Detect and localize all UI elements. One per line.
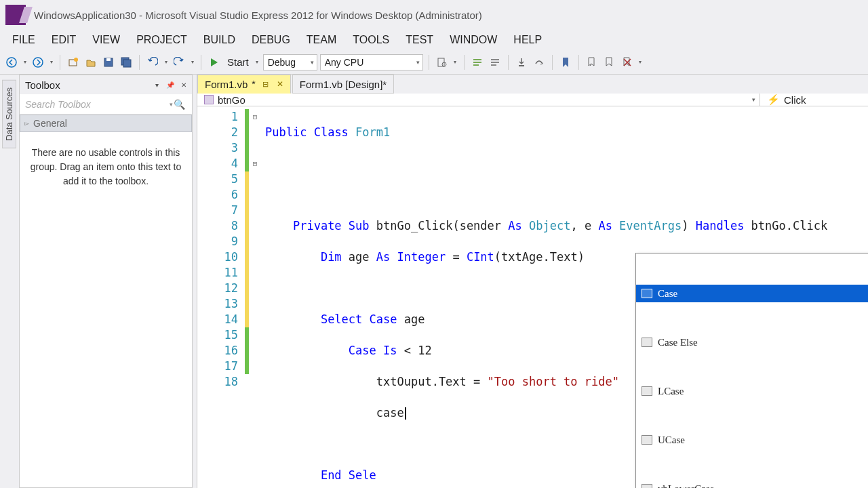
tab-label: Form1.vb [205,79,248,90]
menu-debug[interactable]: DEBUG [243,31,298,49]
toolbox-panel: Toolbox ▾ 📌 ✕ Search Toolbox 🔍 ▾ ▻ Gener… [19,75,193,488]
nav-forward-button[interactable] [31,55,45,70]
start-debug-button[interactable] [207,55,222,70]
menu-bar: FILE EDIT VIEW PROJECT BUILD DEBUG TEAM … [0,30,868,50]
tab-close-icon[interactable]: ✕ [277,79,283,89]
intellisense-item[interactable]: Case Else [636,333,868,351]
type-nav-combo[interactable]: btnGo ▾ [197,94,760,106]
clear-bookmarks-button[interactable] [620,55,635,70]
menu-build[interactable]: BUILD [195,31,243,49]
intellisense-popup: Case Case Else LCase UCase vbLowerCase v… [635,253,868,488]
menu-help[interactable]: HELP [505,31,550,49]
svg-rect-7 [123,60,131,67]
comment-out-button[interactable] [470,55,485,70]
redo-button[interactable] [172,55,186,70]
undo-button[interactable] [145,55,160,70]
find-in-files-button[interactable] [435,55,450,70]
code-text[interactable]: Public Class Form1 Private Sub btnGo_Cli… [261,106,868,488]
toolbar-separator [139,55,140,70]
start-label[interactable]: Start [224,56,252,68]
step-into-button[interactable] [514,55,529,70]
intellisense-item[interactable]: LCase [636,382,868,400]
undo-dropdown[interactable]: ▾ [163,55,169,70]
svg-point-0 [7,58,16,67]
menu-project[interactable]: PROJECT [128,31,195,49]
toolbox-header: Toolbox ▾ 📌 ✕ [20,75,192,94]
toolbox-dropdown-icon[interactable]: ▾ [151,79,162,90]
save-all-button[interactable] [119,55,134,70]
svg-rect-13 [491,59,499,60]
event-icon: ⚡ [767,94,780,106]
toolbox-pin-icon[interactable]: 📌 [165,79,176,90]
svg-rect-11 [473,62,481,63]
menu-file[interactable]: FILE [4,31,43,49]
config-combo[interactable]: Debug▾ [263,54,317,70]
fold-toggle-icon[interactable]: ⊟ [249,156,261,171]
intellisense-item[interactable]: Case [636,285,868,302]
toolbox-group-label: General [33,118,67,129]
svg-rect-12 [473,64,479,66]
collapse-icon: ▻ [24,120,29,127]
window-title: WindowsApplication30 - Microsoft Visual … [34,9,482,21]
nav-forward-dropdown[interactable]: ▾ [48,55,54,70]
open-file-button[interactable] [83,55,98,70]
toolbar-separator [464,55,465,70]
toolbar-overflow[interactable]: ▾ [637,55,644,70]
dirty-indicator: * [252,79,255,89]
editor-pane: Form1.vb* ⊟ ✕ Form1.vb [Design]* btnGo ▾… [197,75,868,488]
toolbox-close-icon[interactable]: ✕ [178,79,189,90]
chevron-down-icon: ▾ [752,96,755,103]
toolbox-search-placeholder: Search Toolbox [25,99,91,110]
toolbox-title: Toolbox [25,79,60,91]
intellisense-item[interactable]: UCase [636,431,868,449]
save-button[interactable] [101,55,116,70]
menu-view[interactable]: VIEW [84,31,128,49]
bookmark-button[interactable] [558,55,573,70]
config-value: Debug [268,57,296,68]
menu-team[interactable]: TEAM [298,31,344,49]
menu-edit[interactable]: EDIT [43,31,84,49]
svg-rect-14 [491,62,499,63]
tab-form1-design[interactable]: Form1.vb [Design]* [292,75,394,94]
menu-tools[interactable]: TOOLS [344,31,397,49]
uncomment-button[interactable] [488,55,502,70]
toolbox-group-general[interactable]: ▻ General [20,115,192,132]
keyword-icon [642,338,652,347]
method-icon [642,435,652,445]
svg-point-1 [33,58,43,67]
text-caret [405,407,406,420]
platform-combo[interactable]: Any CPU▾ [320,54,423,70]
menu-window[interactable]: WINDOW [441,31,505,49]
prev-bookmark-button[interactable] [585,55,599,70]
intellisense-item[interactable]: vbLowerCase [636,480,868,488]
new-project-button[interactable] [66,55,81,70]
find-dropdown[interactable]: ▾ [452,55,458,70]
search-dropdown-icon[interactable]: ▾ [170,101,173,108]
member-nav-combo[interactable]: ⚡ Click [760,94,868,106]
next-bookmark-button[interactable] [602,55,617,70]
toolbox-search-input[interactable]: Search Toolbox 🔍 ▾ [20,94,192,115]
toolbar-separator [578,55,579,70]
tab-label: Form1.vb [Design]* [300,79,387,90]
step-over-button[interactable] [532,55,547,70]
svg-rect-5 [106,58,111,61]
tab-pin-icon[interactable]: ⊟ [262,80,269,89]
code-editor[interactable]: 123 456 789 101112 131415 161718 ⊟ ⊟ Pub… [197,106,868,488]
document-tabs: Form1.vb* ⊟ ✕ Form1.vb [Design]* [197,75,868,94]
fold-toggle-icon[interactable]: ⊟ [249,109,261,125]
data-sources-tab[interactable]: Data Sources [2,80,16,148]
tab-form1-vb[interactable]: Form1.vb* ⊟ ✕ [197,75,291,94]
start-dropdown[interactable]: ▾ [254,55,260,70]
redo-dropdown[interactable]: ▾ [189,55,195,70]
method-icon [642,386,652,396]
menu-test[interactable]: TEST [397,31,441,49]
object-icon [204,95,214,104]
line-number-gutter: 123 456 789 101112 131415 161718 [197,106,245,488]
nav-back-button[interactable] [4,55,19,70]
constant-icon [642,484,652,488]
svg-rect-15 [491,64,496,66]
nav-back-dropdown[interactable]: ▾ [22,55,28,70]
main-toolbar: ▾ ▾ ▾ ▾ Start ▾ Debug▾ Any CPU▾ ▾ ▾ [0,50,868,75]
member-nav-value: Click [784,94,806,106]
toolbar-separator [429,55,429,70]
